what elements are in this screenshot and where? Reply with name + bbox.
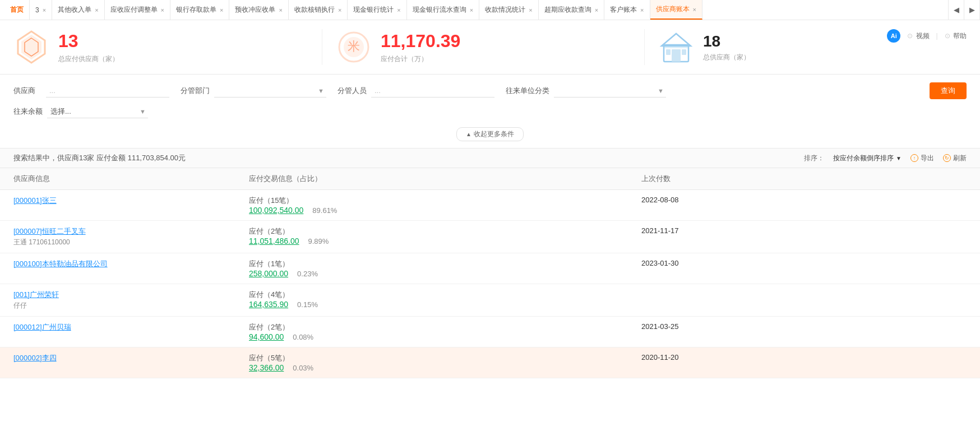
nav-tab-close-8[interactable]: × — [470, 7, 473, 13]
tx-label-5: 应付（5笔） — [249, 354, 289, 362]
stat-label-2: 应付合计（万） — [381, 54, 460, 64]
sort-value: 按应付余额倒序排序 — [833, 154, 894, 163]
nav-tab-3[interactable]: 应收应付调整单× — [105, 0, 170, 20]
ai-label[interactable]: Ai — [887, 29, 900, 43]
nav-tab-1[interactable]: 3× — [30, 0, 52, 20]
tx-cell-3: 应付（4笔）164,635.900.15% — [235, 284, 628, 317]
collapse-bar: ▲ 收起更多条件 — [13, 124, 967, 142]
balance-label: 往来余额 — [13, 106, 43, 117]
supplier-link-5[interactable]: [000002]李四 — [13, 354, 57, 362]
balance-select[interactable]: 选择... — [47, 105, 148, 118]
col-header-1: 应付交易信息（占比） — [235, 168, 628, 190]
col-header-extra — [876, 168, 980, 190]
balance-select-wrapper: 选择... ▼ — [47, 105, 148, 118]
nav-arrow-left[interactable]: ◀ — [949, 0, 964, 20]
col-header-0: 供应商信息 — [0, 168, 235, 190]
nav-tab-6[interactable]: 收款核销执行× — [289, 0, 348, 20]
amount-link-3[interactable]: 164,635.90 — [249, 300, 288, 309]
supplier-link-2[interactable]: [000100]本特勒油品有限公司 — [13, 259, 108, 268]
supplier-link-1[interactable]: [000007]恒旺二手叉车 — [13, 227, 86, 235]
table-container: 供应商信息应付交易信息（占比）上次付数 [000001]张三应付（15笔）100… — [0, 168, 980, 445]
tx-pct-2: 0.23% — [297, 270, 318, 278]
category-select[interactable] — [554, 84, 666, 98]
stat-number-2: 11,170.39 — [381, 30, 460, 52]
nav-tab-8[interactable]: 现金银行流水查询× — [407, 0, 479, 20]
help-link[interactable]: ⊙ 帮助 — [945, 31, 967, 41]
stat-block-payable-suppliers: 13 总应付供应商（家） — [13, 29, 322, 65]
supplier-cell-4: [000012]广州贝瑞 — [0, 317, 235, 347]
results-summary: 搜索结果中，供应商13家 应付金额 111,703,854.00元 — [13, 153, 804, 163]
amount-link-4[interactable]: 94,600.00 — [249, 332, 284, 341]
dept-label: 分管部门 — [181, 86, 210, 96]
nav-tab-close-9[interactable]: × — [529, 7, 532, 13]
nav-tab-close-1[interactable]: × — [43, 7, 46, 13]
supplier-cell-0: [000001]张三 — [0, 190, 235, 221]
supplier-link-4[interactable]: [000012]广州贝瑞 — [13, 323, 71, 331]
stat-icon-rice: 米 — [336, 29, 372, 65]
nav-tab-10[interactable]: 超期应收款查询× — [539, 0, 604, 20]
query-button[interactable]: 查询 — [930, 82, 967, 99]
nav-tab-close-6[interactable]: × — [338, 7, 341, 13]
tx-cell-1: 应付（2笔）11,051,486.009.89% — [235, 221, 628, 253]
nav-tab-close-2[interactable]: × — [95, 7, 98, 13]
supplier-input[interactable] — [46, 84, 169, 98]
nav-tab-2[interactable]: 其他收入单× — [52, 0, 104, 20]
nav-tab-12[interactable]: 供应商账本× — [650, 0, 702, 20]
nav-tab-5[interactable]: 预收冲应收单× — [229, 0, 288, 20]
export-icon: ↑ — [910, 154, 918, 162]
nav-tab-close-7[interactable]: × — [397, 7, 400, 13]
stats-banner: 13 总应付供应商（家） 米 11,170.39 应付合计（万） — [0, 20, 980, 75]
last-payment-cell-0: 2022-08-08 — [628, 190, 876, 221]
extra-cell-5 — [876, 347, 980, 378]
person-label: 分管人员 — [338, 86, 367, 96]
stat-icon-shop — [658, 29, 694, 65]
nav-tab-close-12[interactable]: × — [693, 6, 696, 13]
nav-tab-close-10[interactable]: × — [595, 7, 598, 13]
tx-label-0: 应付（15笔） — [249, 196, 293, 205]
sort-select[interactable]: 按应付余额倒序排序 ▼ — [833, 154, 902, 163]
search-row-1: 供应商 分管部门 ▼ 分管人员 往来单位分类 — [13, 82, 967, 99]
nav-tab-0[interactable]: 首页 — [4, 0, 30, 20]
supplier-link-3[interactable]: [001]广州荣轩 — [13, 290, 59, 299]
nav-tab-11[interactable]: 客户账本× — [604, 0, 650, 20]
supplier-cell-3: [001]广州荣轩仔仔 — [0, 284, 235, 317]
extra-cell-2 — [876, 253, 980, 284]
tx-label-1: 应付（2笔） — [249, 227, 289, 235]
supplier-cell-1: [000007]恒旺二手叉车王通 17106110000 — [0, 221, 235, 253]
nav-tab-7[interactable]: 现金银行统计× — [348, 0, 406, 20]
sort-chevron-icon: ▼ — [896, 155, 902, 161]
svg-rect-10 — [682, 49, 686, 55]
stat-number-3: 18 — [703, 32, 750, 51]
tx-pct-0: 89.61% — [312, 206, 337, 215]
nav-tab-4[interactable]: 银行存取款单× — [170, 0, 229, 20]
nav-tab-close-5[interactable]: × — [279, 7, 282, 13]
supplier-link-0[interactable]: [000001]张三 — [13, 196, 57, 205]
collapse-up-icon: ▲ — [466, 131, 471, 137]
tx-pct-1: 9.89% — [308, 237, 329, 245]
balance-field: 往来余额 选择... ▼ — [13, 105, 148, 118]
video-link[interactable]: ⊙ 视频 — [907, 31, 929, 41]
banner-actions: Ai ⊙ 视频 | ⊙ 帮助 — [887, 29, 967, 43]
last-payment-cell-4: 2021-03-25 — [628, 317, 876, 347]
nav-arrows: ◀ ▶ — [948, 0, 980, 20]
extra-cell-0 — [876, 190, 980, 221]
nav-tab-close-4[interactable]: × — [220, 7, 223, 13]
refresh-button[interactable]: ↻ 刷新 — [943, 154, 967, 163]
amount-link-5[interactable]: 32,366.00 — [249, 363, 284, 372]
export-button[interactable]: ↑ 导出 — [910, 154, 934, 163]
collapse-button[interactable]: ▲ 收起更多条件 — [456, 127, 524, 141]
amount-link-1[interactable]: 11,051,486.00 — [249, 237, 299, 245]
extra-cell-1 — [876, 221, 980, 253]
nav-tab-close-11[interactable]: × — [640, 7, 644, 13]
results-actions: 排序： 按应付余额倒序排序 ▼ ↑ 导出 ↻ 刷新 — [804, 154, 967, 163]
table-row: [000100]本特勒油品有限公司应付（1笔）258,000.000.23%20… — [0, 253, 980, 284]
dept-select[interactable] — [214, 84, 326, 98]
person-input[interactable] — [371, 84, 494, 98]
tx-label-3: 应付（4笔） — [249, 290, 289, 299]
nav-tab-close-3[interactable]: × — [161, 7, 164, 13]
nav-tab-9[interactable]: 收款情况统计× — [479, 0, 538, 20]
nav-arrow-right[interactable]: ▶ — [964, 0, 980, 20]
amount-link-2[interactable]: 258,000.00 — [249, 269, 288, 278]
amount-link-0[interactable]: 100,092,540.00 — [249, 206, 303, 215]
category-field: 往来单位分类 ▼ — [506, 84, 666, 98]
